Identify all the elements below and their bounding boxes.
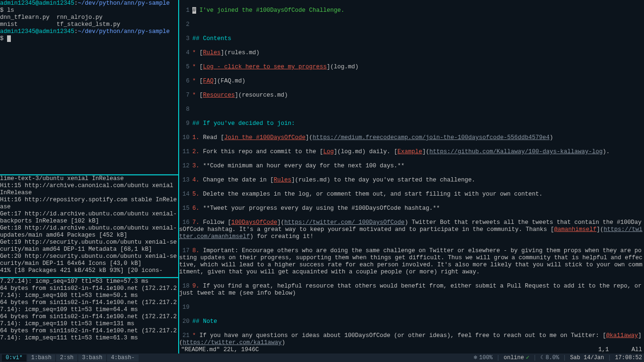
ls-output-row: mnist tf_stacked_lstm.py [0,21,178,28]
vim-file-info: "README.md" 22L, 1946C [181,346,259,354]
apt-line: Get:20 http://security.ubuntu.com/ubuntu… [0,253,178,267]
line-number: 12 [179,163,192,170]
apt-line: Get:19 http://security.ubuntu.com/ubuntu… [0,239,178,253]
tmux-tab-2[interactable]: 2:sh [56,354,77,362]
panes-container: admin12345@admin12345:~/dev/python/ann/p… [0,0,644,354]
line-number: 6 [179,78,192,85]
shell-cursor [7,35,11,42]
editor-pane[interactable]: 1# I've joined the #100DaysOfCode Challe… [179,0,644,354]
tmux-tab-0[interactable]: 0:vi* [2,354,26,362]
apt-line: Hit:15 http://archive.canonical.com/ubun… [0,182,178,197]
prompt-user: admin12345@admin12345 [0,0,74,7]
line-number: 1 [179,7,192,14]
online-label: online [504,354,524,362]
tmux-status-bar: 0:vi*1:bash2:sh3:bash4:bash- ❄100% | onl… [0,354,644,362]
line-number: 13 [179,177,192,184]
shell-cmd: $ ls [0,7,178,14]
line-number: 2 [179,21,192,28]
vim-status-line: "README.md" 22L, 1946C 1,1All [179,346,644,354]
editor-body[interactable]: 1# I've joined the #100DaysOfCode Challe… [179,0,644,346]
moon-icon: ☾ [540,354,544,362]
ping-line: 64 bytes from sin11s02-in-f14.1e100.net … [0,313,178,328]
ping-line: 7.27.14): icmp_seq=107 ttl=53 time=57.3 … [0,278,178,285]
ping-line: 64 bytes from sin11s02-in-f14.1e100.net … [0,328,178,342]
status-right: ❄100% | online ✓ | ☾8.0% | Sab 14/Jan | … [474,354,642,362]
vim-scroll-pos: All [631,346,642,354]
shell-pane[interactable]: admin12345@admin12345:~/dev/python/ann/p… [0,0,178,174]
line-number: 5 [179,64,192,71]
line-number: 20 [179,318,192,325]
battery-pct: 100% [479,354,493,362]
line-number: 21 [179,332,192,339]
ping-pane[interactable]: 7.27.14): icmp_seq=107 ttl=53 time=57.3 … [0,277,178,354]
line-number: 19 [179,304,192,311]
line-number: 14 [179,191,192,198]
line-number: 10 [179,134,192,141]
line-number: 17 [179,247,192,255]
time: 17:08:52 [615,354,642,362]
line-number: 9 [179,120,192,127]
ping-line: 64 bytes from sin11s02-in-f14.1e100.net … [0,285,178,299]
line-number: 16 [179,219,192,226]
tmux-tab-3[interactable]: 3:bash [78,354,106,362]
apt-line: Get:18 http://id.archive.ubuntu.com/ubun… [0,225,178,239]
apt-pane[interactable]: lime-text-3/ubuntu xenial InRelease Hit:… [0,174,178,277]
date: Sab 14/Jan [570,354,604,362]
prompt-path: ~/dev/python/ann/py-sample [78,0,170,7]
ls-output-row: dnn_tflearn.py rnn_alrojo.py [0,14,178,21]
check-icon: ✓ [526,354,529,362]
apt-line: Get:17 http://id.archive.ubuntu.com/ubun… [0,211,178,225]
line-number: 7 [179,92,192,99]
left-column: admin12345@admin12345:~/dev/python/ann/p… [0,0,179,354]
line-number: 15 [179,205,192,212]
tmux-tab-4[interactable]: 4:bash- [107,354,138,362]
line-number: 4 [179,49,192,57]
tmux-tabs: 0:vi*1:bash2:sh3:bash4:bash- [2,354,139,362]
line-number: 11 [179,148,192,156]
tmux-root: admin12345@admin12345:~/dev/python/ann/p… [0,0,644,362]
apt-line: 41% [18 Packages 421 kB/452 kB 93%] [20 … [0,267,178,274]
vim-cursor-pos: 1,1 [598,346,609,354]
line-number: 3 [179,35,192,42]
apt-line: lime-text-3/ubuntu xenial InRelease [0,175,178,182]
apt-line: Hit:16 http://repository.spotify.com sta… [0,197,178,211]
line-number: 8 [179,106,192,113]
snowflake-icon: ❄ [474,354,477,362]
line-number: 18 [179,283,192,290]
tmux-tab-1[interactable]: 1:bash [27,354,55,362]
cpu-pct: 8.0% [545,354,559,362]
ping-line: 64 bytes from sin11s02-in-f14.1e100.net … [0,299,178,313]
